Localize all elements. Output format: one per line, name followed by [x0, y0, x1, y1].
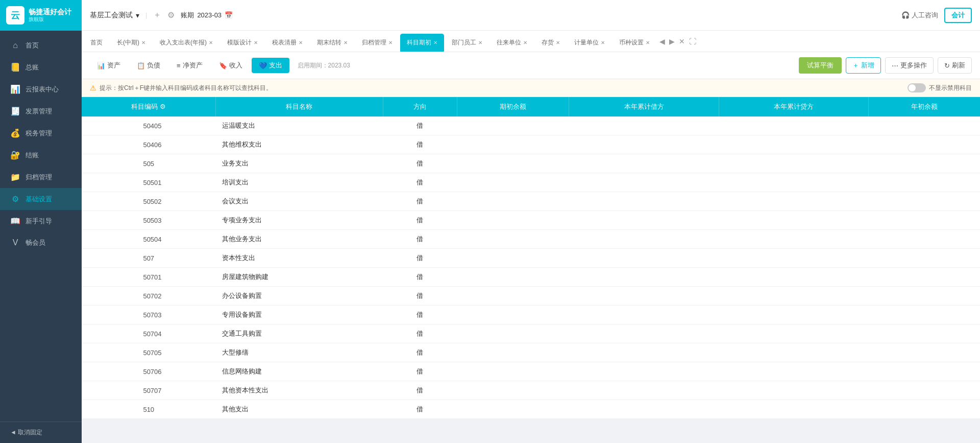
table-row[interactable]: 50703 专用设备购置 借: [82, 306, 980, 324]
sidebar-item-settings[interactable]: ⚙基础设置: [0, 188, 82, 210]
tab-close-units[interactable]: ✕: [523, 40, 527, 45]
add-label: 新增: [861, 61, 874, 70]
cell-name-7: 资本性支出: [216, 249, 383, 268]
tab-income[interactable]: 收入支出表(年报)✕: [153, 34, 219, 52]
cell-yearopen-2: [869, 154, 980, 173]
cell-debit-11: [569, 324, 719, 343]
tab-close-subject-period[interactable]: ✕: [433, 40, 437, 45]
table-row[interactable]: 50504 其他业务支出 借: [82, 230, 980, 249]
table-row[interactable]: 50406 其他维权支出 借: [82, 135, 980, 154]
table-row[interactable]: 50706 信息网络购建 借: [82, 362, 980, 381]
table-container: 科目编码 ⚙科目名称方向期初余额本年累计借方本年累计贷方年初余额 50405 运…: [82, 97, 980, 443]
table-row[interactable]: 50501 培训支出 借: [82, 173, 980, 192]
sidebar-item-tax[interactable]: 💰税务管理: [0, 122, 82, 144]
tab-subject-period[interactable]: 科目期初✕: [400, 34, 444, 52]
tab-unit-measure[interactable]: 计量单位✕: [568, 34, 611, 52]
cell-debit-12: [569, 343, 719, 362]
disable-toggle[interactable]: [908, 83, 926, 92]
tab-close-unit-measure[interactable]: ✕: [601, 40, 605, 45]
cell-debit-6: [569, 230, 719, 249]
table-row[interactable]: 50701 房屋建筑物购建 借: [82, 268, 980, 287]
tab-currency[interactable]: 币种设置✕: [612, 34, 656, 52]
table-row[interactable]: 50502 会议支出 借: [82, 192, 980, 211]
tab-label-department: 部门员工: [452, 38, 476, 47]
settings-icon: ⚙: [10, 194, 20, 204]
cell-opening-0: [457, 116, 569, 135]
period-value: 2023-03: [197, 11, 222, 19]
sidebar-item-invoice[interactable]: 🧾发票管理: [0, 100, 82, 122]
col-header-6: 年初余额: [869, 97, 980, 116]
cell-debit-5: [569, 211, 719, 230]
tab-close-archive[interactable]: ✕: [388, 40, 393, 45]
tab-next-button[interactable]: ▶: [667, 35, 677, 48]
table-row[interactable]: 510 其他支出 借: [82, 400, 980, 419]
sidebar-item-closing[interactable]: 🔐结账: [0, 144, 82, 166]
tab-home[interactable]: 首页: [84, 34, 109, 52]
tab-units[interactable]: 往来单位✕: [490, 34, 534, 52]
cat-tab-expense[interactable]: 💙支出: [252, 58, 289, 73]
balance-button[interactable]: 试算平衡: [799, 57, 842, 74]
cat-tab-liability[interactable]: 📋负债: [130, 58, 167, 73]
sidebar-item-archive[interactable]: 📁归档管理: [0, 166, 82, 188]
account-label: 会计: [951, 11, 965, 19]
tab-close-inventory[interactable]: ✕: [556, 40, 560, 45]
refresh-icon: ↻: [944, 62, 950, 69]
settings-icon[interactable]: ⚙: [167, 10, 175, 20]
tab-interim[interactable]: 长(中期)✕: [110, 34, 152, 52]
cat-tab-asset[interactable]: 📊资产: [90, 58, 128, 73]
tab-close-all-button[interactable]: ✕: [677, 35, 687, 48]
table-row[interactable]: 50503 专项业务支出 借: [82, 211, 980, 230]
tab-tax[interactable]: 税表清册✕: [265, 34, 309, 52]
tab-archive[interactable]: 归档管理✕: [355, 34, 399, 52]
toggle-wrap: 不显示禁用科目: [908, 83, 972, 92]
service-button[interactable]: 🎧 人工咨询: [901, 11, 938, 20]
sidebar-label-invoice: 发票管理: [26, 107, 52, 116]
refresh-button[interactable]: ↻ 刷新: [938, 57, 972, 74]
tab-expand-button[interactable]: ⛶: [687, 35, 698, 48]
tab-department[interactable]: 部门员工✕: [445, 34, 489, 52]
tab-inventory[interactable]: 存货✕: [535, 34, 567, 52]
table-row[interactable]: 50707 其他资本性支出 借: [82, 381, 980, 400]
tab-close-period-end[interactable]: ✕: [344, 40, 348, 45]
col-settings-icon[interactable]: ⚙: [160, 103, 166, 110]
table-row[interactable]: 50705 大型修缮 借: [82, 343, 980, 362]
tab-close-tax[interactable]: ✕: [299, 40, 303, 45]
table-row[interactable]: 507 资本性支出 借: [82, 249, 980, 268]
tab-close-interim[interactable]: ✕: [141, 40, 145, 45]
tab-close-template[interactable]: ✕: [254, 40, 258, 45]
sidebar-item-member[interactable]: V畅会员: [0, 232, 82, 253]
closing-icon: 🔐: [10, 150, 20, 160]
sidebar-nav: ⌂首页📒总账📊云报表中心🧾发票管理💰税务管理🔐结账📁归档管理⚙基础设置📖新手引导…: [0, 31, 82, 422]
cell-direction-11: 借: [383, 324, 457, 343]
cell-opening-12: [457, 343, 569, 362]
cell-name-5: 专项业务支出: [216, 211, 383, 230]
table-row[interactable]: 505 业务支出 借: [82, 154, 980, 173]
cell-opening-9: [457, 287, 569, 306]
content-header: 📊资产📋负债≡净资产🔖收入💙支出启用期间：2023.03 试算平衡 ＋ 新增 ⋯…: [82, 52, 980, 79]
tab-prev-button[interactable]: ◀: [657, 35, 667, 48]
tab-close-income[interactable]: ✕: [209, 40, 213, 45]
tab-period-end[interactable]: 期末结转✕: [310, 34, 354, 52]
tab-label-home: 首页: [90, 38, 103, 47]
more-label: 更多操作: [900, 61, 927, 70]
table-wrapper[interactable]: 科目编码 ⚙科目名称方向期初余额本年累计借方本年累计贷方年初余额 50405 运…: [82, 97, 980, 443]
table-row[interactable]: 50704 交通工具购置 借: [82, 324, 980, 343]
add-tab-button[interactable]: ＋: [153, 10, 161, 20]
tab-close-department[interactable]: ✕: [478, 40, 482, 45]
tab-close-currency[interactable]: ✕: [646, 40, 650, 45]
cat-tab-net-asset[interactable]: ≡净资产: [169, 58, 210, 73]
sidebar-item-report[interactable]: 📊云报表中心: [0, 78, 82, 100]
sidebar-item-guide[interactable]: 📖新手引导: [0, 210, 82, 232]
sidebar-footer[interactable]: ◄ 取消固定: [0, 422, 82, 443]
sidebar-item-ledger[interactable]: 📒总账: [0, 56, 82, 78]
sidebar-item-home[interactable]: ⌂首页: [0, 35, 82, 56]
table-row[interactable]: 50702 办公设备购置 借: [82, 287, 980, 306]
tab-template[interactable]: 模版设计✕: [220, 34, 264, 52]
cell-yearopen-8: [869, 268, 980, 287]
account-button[interactable]: 会计: [944, 8, 972, 23]
cat-tab-income[interactable]: 🔖收入: [212, 58, 250, 73]
project-selector[interactable]: 基层工会测试 ▾: [90, 11, 139, 20]
table-row[interactable]: 50405 运温暖支出 借: [82, 116, 980, 135]
more-button[interactable]: ⋯ 更多操作: [885, 57, 934, 74]
add-button[interactable]: ＋ 新增: [846, 57, 881, 74]
